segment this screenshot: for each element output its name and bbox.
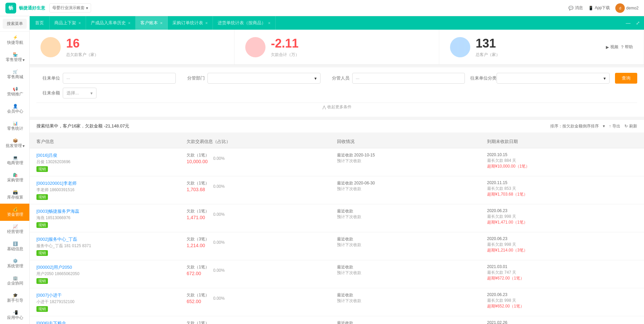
tab-minimize-button[interactable]: —: [624, 19, 632, 27]
message-button[interactable]: 💬 消息: [568, 5, 583, 11]
tab-products[interactable]: 商品上下架 ✕: [50, 16, 86, 30]
due-date-cell: 2020.06.23 最长欠款 998 天 超期¥1,214.00（3笔）: [487, 236, 637, 253]
refresh-button[interactable]: ↻ 刷新: [624, 123, 637, 129]
sidebar-item-basic[interactable]: ℹ️ 基础信息: [0, 238, 29, 255]
dept-filter-select[interactable]: ▾: [207, 73, 320, 84]
member-label: 会员中心: [4, 109, 27, 114]
sidebar-item-newbie[interactable]: 🎓 新手引导: [0, 290, 29, 307]
sidebar-item-inventory[interactable]: 🗃️ 库存核算: [0, 186, 29, 204]
sidebar-item-retail-store[interactable]: 🛒 零售商城: [0, 66, 29, 83]
col-debt-info: 欠款交易信息（占比）: [187, 139, 337, 145]
table-row: [0016]吕俊 吕俊 13026203696 现销 欠款（1笔） 10,000…: [30, 148, 644, 176]
sidebar-item-apps[interactable]: 📲 应用中心: [0, 307, 29, 324]
debt-amount[interactable]: 672.00: [187, 271, 209, 276]
store-name: 母婴行业演示账套: [52, 5, 85, 11]
export-label: 导出: [612, 123, 620, 129]
video-icon: ▶: [606, 45, 609, 50]
tab-customer-account[interactable]: 客户账本 ✕: [136, 16, 168, 30]
tab-maximize-button[interactable]: ⤢: [635, 19, 641, 27]
sidebar-item-retail-stats[interactable]: 📊 零售统计: [0, 118, 29, 135]
overdue-days: 最长欠款 998 天: [487, 242, 637, 247]
tab-home[interactable]: 首页: [30, 16, 50, 30]
customer-name-link[interactable]: [0001020001]李老师: [36, 180, 187, 186]
marketing-label: 营销推广: [4, 91, 27, 97]
customer-name-link[interactable]: [0003]畅捷服务尹海蕊: [36, 208, 187, 214]
category-filter-select[interactable]: ▾: [497, 73, 610, 84]
tab-purchase-order[interactable]: 采购订单统计表 ✕: [168, 16, 213, 30]
operation-icon: 📈: [4, 224, 27, 229]
payment-info-cell: 最近收款 预计下次收款: [337, 292, 487, 304]
customer-info-cell: [0003]畅捷服务尹海蕊 海燕 18513066976 现销: [36, 208, 187, 228]
sidebar-item-operation[interactable]: 📈 经营管理: [0, 221, 29, 238]
close-icon[interactable]: ✕: [268, 21, 271, 25]
avatar: d: [615, 3, 625, 13]
retail-label: 零售管理: [6, 57, 22, 63]
sidebar-item-retail[interactable]: 🏪 零售管理 ▾: [0, 49, 29, 66]
overdue-link[interactable]: 超期¥1,703.68（1笔）: [487, 192, 637, 197]
customer-name-link[interactable]: [0006]去下粮仓: [36, 320, 187, 324]
overdue-link[interactable]: 超期¥10,000.00（1笔）: [487, 164, 637, 169]
debt-summary: 欠款金额 -21,148.07元: [85, 123, 129, 128]
overdue-days: 最长欠款 998 天: [487, 298, 637, 303]
sidebar-item-member[interactable]: 👤 会员中心: [0, 100, 29, 118]
tab-inbound[interactable]: 进货单统计表（按商品） ✕: [213, 16, 276, 30]
sidebar-item-quick-nav[interactable]: ⚡ 快捷导航: [0, 32, 29, 49]
close-icon[interactable]: ✕: [128, 21, 131, 25]
customer-name-link[interactable]: [000002]用户2050: [36, 264, 187, 270]
search-button[interactable]: 查询: [615, 73, 637, 84]
sidebar-item-batch[interactable]: 📦 批发管理 ▾: [0, 135, 29, 152]
customer-info-cell: [0007]小进干 小进干 18279152100 现销: [36, 292, 187, 312]
due-date-cell: 2020.06.23 最长欠款 998 天 超期¥652.00（1笔）: [487, 292, 637, 309]
tab-production[interactable]: 产成品入库单历史 ✕: [86, 16, 136, 30]
search-menu-button[interactable]: 搜索菜单: [3, 19, 27, 29]
debt-amount[interactable]: 1,214.00: [187, 243, 209, 248]
collapse-button[interactable]: ⋀ 收起更多条件: [36, 102, 637, 111]
debt-amount[interactable]: 1,703.68: [187, 187, 209, 192]
payment-info-cell: 最近收款 2020-06-30 预计下次收款: [337, 180, 487, 192]
category-chevron-icon: ▾: [604, 76, 606, 81]
export-icon: ↑: [609, 124, 611, 128]
next-payment: 预计下次收款: [337, 214, 487, 220]
debt-amount[interactable]: 1,471.00: [187, 215, 209, 220]
video-label: 视频: [610, 44, 618, 50]
debt-amount[interactable]: 652.00: [187, 299, 209, 304]
tab-inbound-label: 进货单统计表（按商品）: [218, 20, 266, 26]
overdue-link[interactable]: 超期¥1,471.00（1笔）: [487, 219, 637, 225]
close-icon[interactable]: ✕: [205, 21, 208, 25]
sidebar-item-finance[interactable]: 💰 资金管理: [0, 204, 29, 221]
sidebar-item-marketing[interactable]: 📢 营销推广: [0, 83, 29, 100]
sidebar-item-system[interactable]: ⚙️ 系统管理: [0, 255, 29, 272]
customer-name-link[interactable]: [0016]吕俊: [36, 152, 187, 158]
purchase-icon: 🛍️: [4, 173, 27, 177]
overdue-days: 最长欠款 884 天: [487, 158, 637, 164]
customer-name-link[interactable]: [0007]小进干: [36, 292, 187, 298]
close-icon[interactable]: ✕: [160, 21, 163, 25]
user-menu[interactable]: d demo2: [615, 3, 639, 13]
help-button[interactable]: ? 帮助: [621, 44, 633, 50]
stat-card-debt-total: ◇ -2.11 欠款合计（万）: [234, 30, 439, 64]
sidebar-item-purchase[interactable]: 🛍️ 采购管理: [0, 169, 29, 186]
overdue-link[interactable]: 超期¥1,214.00（3笔）: [487, 247, 637, 253]
sidebar-item-enterprise[interactable]: 🏢 企业协同: [0, 272, 29, 290]
manager-filter-input[interactable]: ···: [352, 73, 465, 84]
overdue-link[interactable]: 超期¥652.00（1笔）: [487, 303, 637, 309]
store-selector[interactable]: 母婴行业演示账套 ▾: [49, 3, 91, 12]
sidebar-item-ecommerce[interactable]: 💻 电商管理: [0, 152, 29, 169]
export-button[interactable]: ↑ 导出: [609, 123, 620, 129]
customer-filter-input[interactable]: ···: [63, 73, 176, 84]
app-download-label: App下载: [595, 5, 610, 11]
overdue-link[interactable]: 超期¥672.00（1笔）: [487, 275, 637, 281]
app-download-button[interactable]: 📱 App下载: [588, 5, 610, 11]
customer-phone: 李老师 18600391516: [36, 187, 187, 193]
debt-count: 欠款（1笔）: [187, 208, 209, 214]
balance-filter-select[interactable]: 选择... ▾: [63, 88, 96, 98]
customer-name-link[interactable]: [0002]服务中心_丁磊: [36, 236, 187, 242]
debt-amount[interactable]: 10,000.00: [187, 159, 209, 164]
close-icon[interactable]: ✕: [78, 21, 81, 25]
username: demo2: [626, 6, 639, 10]
customer-info-cell: [0006]去下粮仓 陈小希 现销: [36, 320, 187, 324]
video-button[interactable]: ▶ 视频: [606, 44, 618, 50]
customer-phone: 服务中心_丁磊 181 0125 8371: [36, 243, 187, 249]
filter-dept: 分管部门 ▾: [181, 73, 320, 84]
purchase-label: 采购管理: [4, 177, 27, 183]
